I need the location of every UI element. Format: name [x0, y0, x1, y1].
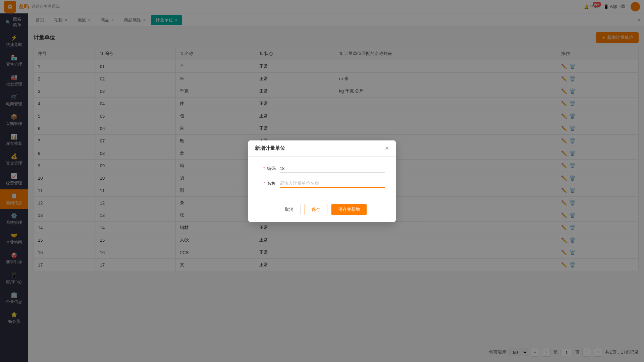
name-required-star: * — [263, 181, 265, 186]
modal-title: 新增计量单位 — [255, 145, 285, 152]
name-input[interactable] — [280, 179, 385, 188]
modal-header: 新增计量单位 ✕ — [248, 140, 396, 157]
code-label-text: 编码 — [267, 166, 276, 171]
modal-footer: 取消 保存 保存并新增 — [248, 200, 396, 222]
form-row-code: * 编码 — [259, 165, 385, 173]
cancel-button[interactable]: 取消 — [278, 204, 301, 215]
code-required-star: * — [263, 166, 265, 171]
name-label-text: 名称 — [267, 181, 276, 186]
add-measure-unit-modal: 新增计量单位 ✕ * 编码 * 名称 取消 保存 保存并新增 — [248, 140, 396, 222]
form-row-name: * 名称 — [259, 179, 385, 188]
modal-overlay[interactable]: 新增计量单位 ✕ * 编码 * 名称 取消 保存 保存并新增 — [0, 0, 644, 362]
code-input[interactable] — [280, 165, 385, 173]
save-and-new-button[interactable]: 保存并新增 — [331, 204, 367, 215]
modal-close-button[interactable]: ✕ — [385, 145, 389, 152]
modal-body: * 编码 * 名称 — [248, 157, 396, 200]
name-label: * 名称 — [259, 180, 276, 186]
code-label: * 编码 — [259, 166, 276, 172]
save-button[interactable]: 保存 — [305, 204, 327, 215]
